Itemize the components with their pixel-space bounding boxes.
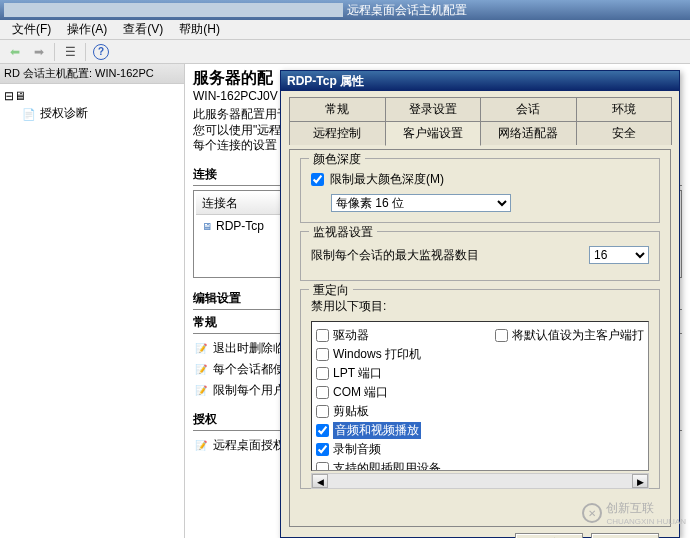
tree-view: ⊟ 授权诊断 [0,84,184,127]
menu-view[interactable]: 查看(V) [115,19,171,40]
limit-color-label: 限制最大颜色深度(M) [330,171,444,188]
tree-root-item[interactable]: ⊟ [4,88,180,104]
group-legend: 重定向 [309,282,353,299]
toolbar [0,40,690,64]
computer-icon [14,89,28,103]
item-checkbox[interactable] [495,329,508,342]
app-icon [4,3,343,17]
group-legend: 颜色深度 [309,151,365,168]
list-item: COM 端口 [316,383,496,402]
list-item: 驱动器 [316,326,496,345]
item-checkbox[interactable] [316,443,329,456]
item-checkbox[interactable] [316,348,329,361]
list-item-selected: 音频和视频播放 [316,421,496,440]
tab-environment[interactable]: 环境 [576,97,673,121]
tab-logon[interactable]: 登录设置 [385,97,482,121]
menu-file[interactable]: 文件(F) [4,19,59,40]
toolbar-divider [54,43,55,61]
redirect-list[interactable]: 驱动器 Windows 打印机 LPT 端口 COM 端口 剪贴板 音频和视频播… [311,321,649,471]
item-checkbox[interactable] [316,424,329,437]
list-item: LPT 端口 [316,364,496,383]
left-panel-header: RD 会话主机配置: WIN-162PC [0,64,184,84]
toolbar-forward-icon [28,42,50,62]
list-item: 剪贴板 [316,402,496,421]
edit-icon [193,341,209,355]
tab-content: 颜色深度 限制最大颜色深度(M) 每像素 16 位 监视器设置 限制每个会话的最… [289,149,671,527]
list-item: 支持的即插即用设备 [316,459,496,471]
expand-toggle-icon[interactable]: ⊟ [4,89,14,103]
item-checkbox[interactable] [316,405,329,418]
list-item: Windows 打印机 [316,345,496,364]
tab-network-adapter[interactable]: 网络适配器 [480,121,577,145]
tab-security[interactable]: 安全 [576,121,673,145]
edit-icon [193,438,209,452]
color-depth-select[interactable]: 每像素 16 位 [331,194,511,212]
limit-color-checkbox[interactable] [311,173,324,186]
monitor-count-select[interactable]: 16 [589,246,649,264]
menubar: 文件(F) 操作(A) 查看(V) 帮助(H) [0,20,690,40]
item-checkbox[interactable] [316,462,329,471]
tree-child-item[interactable]: 授权诊断 [4,104,180,123]
dialog-buttons: 确定 取消 [289,527,671,538]
tab-general[interactable]: 常规 [289,97,386,121]
horizontal-scrollbar[interactable]: ◀ ▶ [311,473,649,489]
toolbar-list-icon[interactable] [59,42,81,62]
ok-button[interactable]: 确定 [515,533,583,538]
dialog-body: 常规 登录设置 会话 环境 远程控制 客户端设置 网络适配器 安全 颜色深度 限… [281,91,679,538]
scroll-right-icon[interactable]: ▶ [632,474,648,488]
monitor-group: 监视器设置 限制每个会话的最大监视器数目 16 [300,231,660,281]
item-checkbox[interactable] [316,367,329,380]
dialog-titlebar[interactable]: RDP-Tcp 属性 [281,71,679,91]
list-item: 录制音频 [316,440,496,459]
properties-dialog: RDP-Tcp 属性 常规 登录设置 会话 环境 远程控制 客户端设置 网络适配… [280,70,680,538]
toolbar-back-icon[interactable] [4,42,26,62]
menu-action[interactable]: 操作(A) [59,19,115,40]
edit-icon [193,383,209,397]
monitor-count-label: 限制每个会话的最大监视器数目 [311,247,589,264]
item-checkbox[interactable] [316,386,329,399]
toolbar-divider [85,43,86,61]
tree-child-label: 授权诊断 [40,105,88,122]
rdp-icon [202,219,216,233]
cancel-button[interactable]: 取消 [591,533,659,538]
tab-remote-control[interactable]: 远程控制 [289,121,386,145]
group-legend: 监视器设置 [309,224,377,241]
item-checkbox[interactable] [316,329,329,342]
license-icon [22,107,36,121]
toolbar-help-icon[interactable] [90,42,112,62]
tab-client-settings[interactable]: 客户端设置 [385,121,482,146]
edit-icon [193,362,209,376]
tab-strip: 常规 登录设置 会话 环境 远程控制 客户端设置 网络适配器 安全 [289,97,671,145]
watermark-logo-icon: ✕ [582,503,602,523]
main-titlebar: 远程桌面会话主机配置 [0,0,690,20]
watermark-right: ✕ 创新互联 CHUANGXIN HULIAN [582,500,686,526]
color-depth-group: 颜色深度 限制最大颜色深度(M) 每像素 16 位 [300,158,660,223]
scroll-left-icon[interactable]: ◀ [312,474,328,488]
tab-session[interactable]: 会话 [480,97,577,121]
redirect-group: 重定向 禁用以下项目: 驱动器 Windows 打印机 LPT 端口 COM 端… [300,289,660,489]
list-item: 将默认值设为主客户端打 [495,326,644,345]
window-title: 远程桌面会话主机配置 [347,2,686,19]
disable-label: 禁用以下项目: [311,298,649,315]
dialog-title: RDP-Tcp 属性 [287,73,364,90]
menu-help[interactable]: 帮助(H) [171,19,228,40]
left-panel: RD 会话主机配置: WIN-162PC ⊟ 授权诊断 [0,64,185,538]
scroll-track[interactable] [328,474,632,488]
